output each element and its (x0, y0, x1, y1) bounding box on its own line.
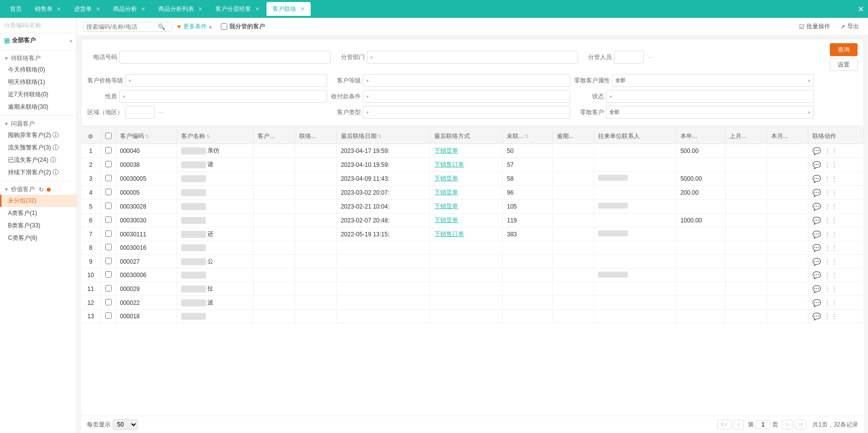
window-close-btn[interactable]: ✕ (858, 4, 864, 14)
sidebar-item-churned[interactable]: 已流失客户(24) ⓘ (0, 154, 76, 166)
filter-phone-input[interactable] (119, 51, 331, 64)
sidebar-item-today[interactable]: 今天待联络(0) (0, 64, 76, 76)
action-chat-icon[interactable]: 💬 (812, 312, 821, 320)
filter-price-grade-select[interactable]: ▾ (125, 74, 327, 87)
th-settings[interactable]: ⚙ (81, 129, 101, 144)
cell-check[interactable] (101, 241, 116, 255)
problem-customer-group[interactable]: ▼ 问题客户 (0, 118, 76, 129)
filter-search-icon[interactable]: 🔍 (158, 23, 165, 30)
action-chat-icon[interactable]: 💬 (812, 285, 821, 293)
action-chat-icon[interactable]: 💬 (812, 147, 821, 155)
action-menu-icon[interactable]: ⋮⋮ (824, 312, 838, 320)
action-menu-icon[interactable]: ⋮⋮ (824, 189, 838, 197)
action-chat-icon[interactable]: 💬 (812, 161, 821, 169)
tab-purchase[interactable]: 进货单 ✕ (68, 2, 106, 16)
filter-status-select[interactable]: ▾ (606, 90, 814, 103)
cell-check[interactable] (101, 144, 116, 158)
sidebar-search-input[interactable] (4, 22, 77, 29)
action-menu-icon[interactable]: ⋮⋮ (824, 285, 838, 293)
th-no-contact-sort[interactable]: 未联... (507, 132, 548, 141)
query-button[interactable]: 查询 (830, 43, 858, 56)
tab-customer-contact[interactable]: 客户联络 ✕ (267, 2, 311, 16)
action-menu-icon[interactable]: ⋮⋮ (824, 230, 838, 238)
sidebar-item-type-a[interactable]: A类客户(1) (0, 207, 76, 219)
cell-check[interactable] (101, 200, 116, 214)
action-menu-icon[interactable]: ⋮⋮ (824, 244, 838, 252)
sidebar-item-overdue[interactable]: 逾期未联络(30) (0, 101, 76, 113)
action-menu-icon[interactable]: ⋮⋮ (824, 216, 838, 224)
tab-goods-list[interactable]: 商品分析列表 ✕ (152, 2, 208, 16)
sidebar-item-tomorrow[interactable]: 明天待联络(1) (0, 76, 76, 88)
action-menu-icon[interactable]: ⋮⋮ (824, 299, 838, 307)
cell-check[interactable] (101, 158, 116, 172)
tab-customer-layer[interactable]: 客户分层经客 ✕ (209, 2, 266, 16)
filter-manager-more-icon[interactable]: ··· (648, 54, 653, 61)
refresh-icon[interactable]: ↻ (39, 186, 44, 193)
cell-check[interactable] (101, 172, 116, 186)
tab-sales[interactable]: 销售单 ✕ (29, 2, 67, 16)
tab-sales-close[interactable]: ✕ (57, 6, 61, 12)
th-check[interactable] (101, 129, 116, 144)
my-customer-checkbox[interactable] (221, 23, 227, 30)
filter-search-input[interactable] (86, 23, 156, 30)
action-menu-icon[interactable]: ⋮⋮ (824, 258, 838, 266)
sidebar-item-ungrouped[interactable]: 未分组(32) (0, 195, 76, 207)
filter-retail-attr-select[interactable]: 全部▾ (612, 74, 814, 87)
cell-check[interactable] (101, 214, 116, 227)
cell-check[interactable] (101, 186, 116, 200)
action-menu-icon[interactable]: ⋮⋮ (824, 161, 838, 169)
cell-check[interactable] (101, 227, 116, 241)
action-chat-icon[interactable]: 💬 (812, 216, 821, 224)
action-chat-icon[interactable]: 💬 (812, 299, 821, 307)
filter-area-more-icon[interactable]: ··· (159, 109, 164, 116)
batch-operation-btn[interactable]: ☑ 批量操作 (796, 21, 833, 32)
action-chat-icon[interactable]: 💬 (812, 189, 821, 197)
action-menu-icon[interactable]: ⋮⋮ (824, 147, 838, 155)
action-chat-icon[interactable]: 💬 (812, 258, 821, 266)
sidebar-item-type-c[interactable]: C类客户(6) (0, 232, 76, 244)
filter-customer-type-select[interactable]: ▾ (363, 106, 571, 119)
filter-payment-select[interactable]: ▾ (363, 90, 571, 103)
sidebar-item-churn-warning[interactable]: 流失预警客户(3) ⓘ (0, 142, 76, 154)
filter-area-input[interactable] (125, 106, 155, 119)
filter-retail-customer-select[interactable]: 全部▾ (606, 106, 814, 119)
tab-customer-layer-close[interactable]: ✕ (255, 6, 260, 12)
cell-check[interactable] (101, 282, 116, 296)
th-last-contact-date-sort[interactable]: 最后联络日期 (341, 132, 426, 141)
cell-check[interactable] (101, 255, 116, 269)
last-page-btn[interactable]: >| (795, 420, 806, 430)
cell-check[interactable] (101, 269, 116, 282)
action-chat-icon[interactable]: 💬 (812, 271, 821, 279)
per-page-select[interactable]: 50 100 200 (113, 419, 138, 430)
my-customer-checkbox-area[interactable]: 我分管的客户 (221, 22, 265, 31)
tab-goods-analysis[interactable]: 商品分析 ✕ (107, 2, 151, 16)
next-page-btn[interactable]: > (782, 420, 793, 430)
cell-check[interactable] (101, 296, 116, 310)
prev-page-btn[interactable]: < (734, 420, 744, 430)
action-chat-icon[interactable]: 💬 (812, 175, 821, 183)
action-menu-icon[interactable]: ⋮⋮ (824, 175, 838, 183)
check-all-checkbox[interactable] (105, 133, 112, 139)
value-customer-group[interactable]: ▼ 价值客户 ↻ (0, 183, 76, 195)
action-menu-icon[interactable]: ⋮⋮ (824, 203, 838, 211)
more-conditions-btn[interactable]: ▼ 更多条件 ▲ (176, 22, 213, 31)
filter-manager-input[interactable] (614, 51, 644, 64)
th-code-sort[interactable]: 客户编码 (120, 132, 173, 141)
sidebar-item-declining[interactable]: 持续下滑客户(2) ⓘ (0, 166, 76, 179)
tab-goods-list-close[interactable]: ✕ (198, 6, 202, 12)
cell-check[interactable] (101, 310, 116, 323)
first-page-btn[interactable]: K< (717, 420, 732, 430)
tab-purchase-close[interactable]: ✕ (96, 6, 100, 12)
action-chat-icon[interactable]: 💬 (812, 244, 821, 252)
page-number-input[interactable] (755, 420, 770, 429)
tab-home[interactable]: 首页 (4, 2, 28, 16)
action-chat-icon[interactable]: 💬 (812, 203, 821, 211)
action-menu-icon[interactable]: ⋮⋮ (824, 271, 838, 279)
pending-contact-group[interactable]: ▼ 待联络客户 (0, 52, 76, 64)
sidebar-item-7days[interactable]: 近7天待联络(0) (0, 88, 76, 101)
action-chat-icon[interactable]: 💬 (812, 230, 821, 238)
filter-customer-grade-select[interactable]: ▾ (363, 74, 571, 87)
settings-icon[interactable]: ⚙ (88, 133, 93, 140)
sidebar-item-type-b[interactable]: B类客户(33) (0, 219, 76, 232)
reset-button[interactable]: 设置 (830, 58, 858, 71)
